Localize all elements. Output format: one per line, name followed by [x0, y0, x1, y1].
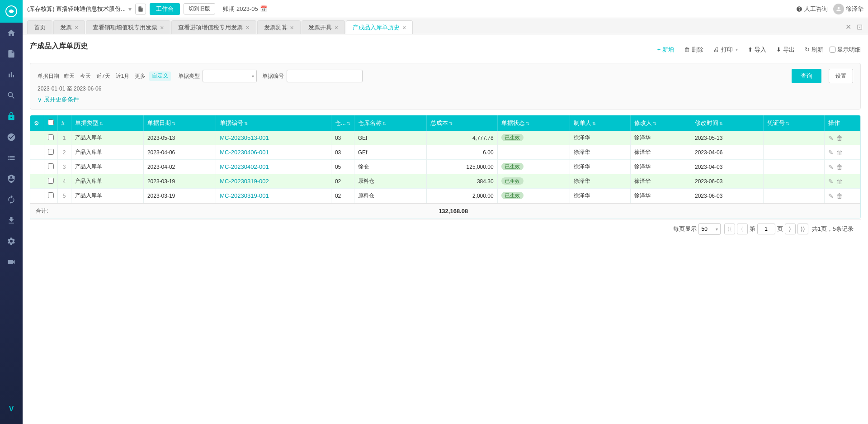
sidebar-item-download[interactable]: [0, 210, 23, 231]
tab-invoice-open[interactable]: 发票开具 ×: [302, 20, 345, 34]
cell-date: 2023-05-13: [143, 131, 216, 145]
tabbar: 首页 发票 × 查看销项增值税专用发票 × 查看进项增值税专用发票 × 发票测算…: [23, 18, 868, 34]
type-select[interactable]: [203, 70, 257, 82]
switch-button[interactable]: 切到旧版: [184, 3, 215, 14]
sidebar-item-v[interactable]: V: [0, 399, 23, 419]
tab-invoice-calc-close[interactable]: ×: [290, 24, 294, 31]
tab-close-all[interactable]: ✕: [844, 22, 852, 32]
quick-today[interactable]: 今天: [78, 71, 93, 81]
import-button[interactable]: ⬆ 导入: [744, 44, 770, 56]
brand-dropdown-icon[interactable]: ▾: [128, 5, 132, 13]
edit-icon-4[interactable]: ✎: [828, 192, 834, 200]
quick-yesterday[interactable]: 昨天: [62, 71, 76, 81]
sidebar-item-home[interactable]: [0, 23, 23, 43]
support-link[interactable]: 人工咨询: [796, 5, 828, 13]
code-link-4[interactable]: MC-20230319-001: [220, 192, 269, 199]
query-button[interactable]: 查询: [792, 69, 821, 83]
sidebar-item-settings[interactable]: [0, 231, 23, 252]
last-page-btn[interactable]: ⟩⟩: [797, 224, 808, 234]
sort-voucher-icon[interactable]: ⇅: [786, 121, 789, 126]
sort-creator-icon[interactable]: ⇅: [592, 121, 596, 126]
tab-invoice-open-close[interactable]: ×: [335, 24, 338, 31]
tab-invoice-close[interactable]: ×: [75, 24, 78, 31]
delete-icon-2[interactable]: 🗑: [836, 163, 843, 171]
sort-wname-icon[interactable]: ⇅: [382, 121, 386, 126]
cell-date: 2023-03-19: [143, 174, 216, 189]
workbench-button[interactable]: 工作台: [150, 3, 180, 15]
sort-type-icon[interactable]: ⇅: [99, 121, 103, 126]
doc-icon-btn[interactable]: [135, 4, 146, 14]
page-size-selector[interactable]: 50 20 100: [698, 223, 721, 235]
cell-modify-time: 2023-06-03: [691, 174, 764, 189]
tab-home[interactable]: 首页: [27, 20, 52, 34]
code-link-1[interactable]: MC-20230406-001: [220, 149, 269, 156]
sort-date-icon[interactable]: ⇅: [172, 121, 175, 126]
sidebar-item-chart[interactable]: [0, 64, 23, 85]
code-link-0[interactable]: MC-20230513-001: [220, 134, 269, 141]
tab-check-purchase-vat[interactable]: 查看进项增值税专用发票 ×: [171, 20, 256, 34]
quick-1month[interactable]: 近1月: [114, 71, 132, 81]
cell-voucher: [764, 131, 824, 145]
edit-icon-3[interactable]: ✎: [828, 178, 834, 185]
tab-check-purchase-vat-close[interactable]: ×: [245, 24, 249, 31]
tab-invoice-calc[interactable]: 发票测算 ×: [257, 20, 301, 34]
sort-status-icon[interactable]: ⇅: [526, 121, 529, 126]
print-button[interactable]: 🖨 打印 ▾: [710, 44, 741, 56]
export-button[interactable]: ⬇ 导出: [773, 44, 798, 56]
quick-more[interactable]: 更多: [133, 71, 147, 81]
tab-invoice[interactable]: 发票 ×: [53, 20, 85, 34]
delete-icon-1[interactable]: 🗑: [836, 149, 843, 156]
row-checkbox-2[interactable]: [48, 163, 54, 169]
display-cols-checkbox[interactable]: 显示明细: [830, 46, 861, 54]
sort-code-icon[interactable]: ⇅: [244, 121, 248, 126]
quick-7days[interactable]: 近7天: [94, 71, 112, 81]
quick-custom[interactable]: 自定义: [149, 71, 171, 81]
page-input[interactable]: [757, 224, 775, 234]
delete-button[interactable]: 🗑 删除: [680, 44, 707, 56]
sort-cost-icon[interactable]: ⇅: [449, 121, 453, 126]
tab-product-history-close[interactable]: ×: [402, 24, 406, 31]
sidebar-item-search[interactable]: [0, 85, 23, 106]
edit-icon-1[interactable]: ✎: [828, 149, 834, 156]
next-page-btn[interactable]: ⟩: [785, 224, 796, 234]
th-settings[interactable]: ⚙: [30, 115, 44, 131]
tab-product-history[interactable]: 产成品入库单历史 ×: [346, 20, 413, 34]
sort-wcode-icon[interactable]: ⇅: [347, 121, 350, 126]
delete-icon-0[interactable]: 🗑: [836, 134, 843, 142]
row-checkbox-1[interactable]: [48, 149, 54, 155]
delete-icon-3[interactable]: 🗑: [836, 178, 843, 185]
display-cols-input[interactable]: [830, 47, 835, 52]
sort-mtime-icon[interactable]: ⇅: [719, 121, 723, 126]
sidebar-item-org[interactable]: [0, 127, 23, 148]
edit-icon-2[interactable]: ✎: [828, 163, 834, 171]
sidebar-item-video[interactable]: [0, 252, 23, 272]
tab-expand[interactable]: ⊡: [856, 22, 863, 32]
refresh-button[interactable]: ↻ 刷新: [801, 44, 827, 56]
setting-button[interactable]: 设置: [829, 69, 853, 83]
calendar-icon[interactable]: 📅: [260, 5, 267, 12]
sort-modifier-icon[interactable]: ⇅: [653, 121, 656, 126]
code-link-3[interactable]: MC-20230319-002: [220, 178, 269, 185]
tab-check-sales-vat-close[interactable]: ×: [160, 24, 164, 31]
expand-more-btn[interactable]: ∨ 展开更多条件: [38, 95, 853, 104]
new-button[interactable]: + 新增: [654, 44, 678, 56]
cell-type: 产品入库单: [71, 160, 143, 174]
settings-icon[interactable]: ⚙: [34, 120, 39, 127]
sidebar-item-stamp[interactable]: [0, 168, 23, 189]
sidebar-item-list[interactable]: [0, 148, 23, 168]
num-filter-input[interactable]: [287, 70, 363, 82]
sidebar-item-lock[interactable]: [0, 106, 23, 127]
sidebar-item-document[interactable]: [0, 43, 23, 64]
code-link-2[interactable]: MC-20230402-001: [220, 163, 269, 170]
user-menu[interactable]: 徐泽华: [833, 4, 863, 14]
row-checkbox-3[interactable]: [48, 178, 54, 184]
prev-page-btn[interactable]: ⟨: [737, 224, 748, 234]
row-checkbox-4[interactable]: [48, 192, 54, 198]
select-all-checkbox[interactable]: [48, 119, 54, 125]
edit-icon-0[interactable]: ✎: [828, 134, 834, 142]
sidebar-item-refresh[interactable]: [0, 189, 23, 210]
row-checkbox-0[interactable]: [48, 134, 54, 140]
delete-icon-4[interactable]: 🗑: [836, 192, 843, 200]
tab-check-sales-vat[interactable]: 查看销项增值税专用发票 ×: [86, 20, 170, 34]
first-page-btn[interactable]: ⟨⟨: [724, 224, 735, 234]
